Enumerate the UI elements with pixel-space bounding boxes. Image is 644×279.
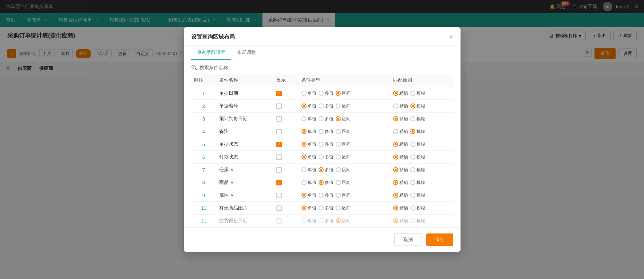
col-type-header: 条件类型: [299, 74, 390, 75]
col-order-header: 顺序: [191, 74, 217, 75]
settings-table: 顺序 条件名称 显示 条件类型 匹配原则 1单据日期单值多值区间精确模糊2单据编…: [184, 74, 461, 75]
tab-layout-adjust-label: 布局调整: [237, 50, 256, 55]
dialog-close-button[interactable]: ×: [449, 33, 453, 41]
search-icon: 🔍: [191, 64, 197, 70]
settings-dialog: 设置查询区域布局 × 查询字段设置 布局调整 🔍 顺序: [184, 27, 461, 75]
dialog-title: 设置查询区域布局: [191, 34, 235, 40]
modal-overlay: 设置查询区域布局 × 查询字段设置 布局调整 🔍 顺序: [0, 0, 644, 75]
tab-layout-adjust[interactable]: 布局调整: [231, 46, 262, 60]
tab-query-fields-label: 查询字段设置: [197, 50, 225, 55]
dialog-tabs: 查询字段设置 布局调整: [184, 46, 461, 60]
col-name-header: 条件名称: [216, 74, 273, 75]
col-display-header: 显示: [273, 74, 299, 75]
col-match-header: 匹配原则: [390, 74, 453, 75]
tab-query-fields[interactable]: 查询字段设置: [191, 46, 231, 60]
search-area: 🔍: [184, 60, 461, 74]
condition-search-input[interactable]: [199, 65, 258, 70]
search-input-wrap: 🔍: [191, 64, 264, 72]
dialog-header: 设置查询区域布局 ×: [184, 27, 461, 46]
